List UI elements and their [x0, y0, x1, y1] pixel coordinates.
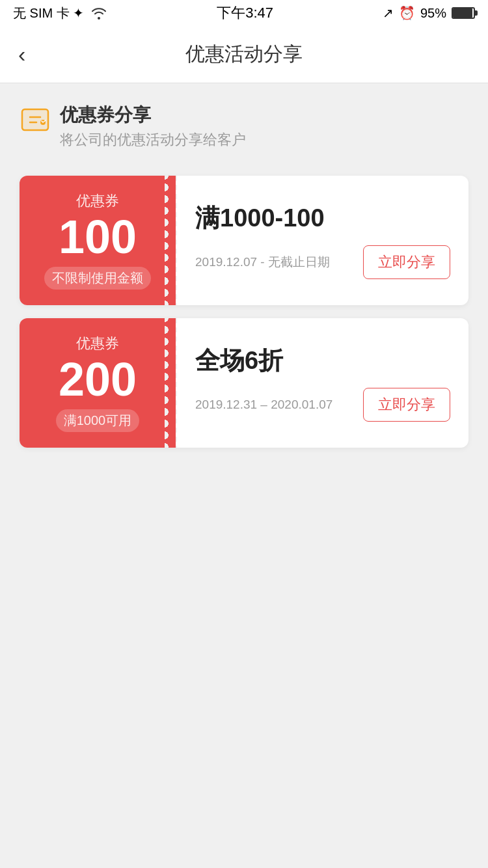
page-title: 优惠活动分享 — [185, 41, 303, 68]
coupon-card: 优惠券 100 不限制使用金额 满1000-100 2019.12.07 - 无… — [20, 176, 468, 305]
coupon-date-0: 2019.12.07 - 无截止日期 — [195, 254, 330, 271]
battery-icon — [452, 7, 475, 19]
coupon-share-icon — [20, 104, 51, 135]
coupon-name-0: 满1000-100 — [195, 202, 450, 235]
svg-rect-0 — [22, 109, 48, 130]
coupon-label-0: 优惠券 — [76, 191, 119, 211]
coupon-condition-1: 满1000可用 — [56, 409, 140, 432]
coupon-right-1: 全场6折 2019.12.31 – 2020.01.07 立即分享 — [177, 318, 468, 448]
share-button-0[interactable]: 立即分享 — [363, 245, 450, 279]
section-text: 优惠券分享 将公司的优惠活动分享给客户 — [60, 103, 246, 150]
share-button-1[interactable]: 立即分享 — [363, 388, 450, 422]
coupon-left-0: 优惠券 100 不限制使用金额 — [20, 176, 176, 305]
no-sim-text: 无 SIM 卡 ✦ — [13, 5, 84, 22]
status-time: 下午3:47 — [217, 3, 273, 23]
section-header: 优惠券分享 将公司的优惠活动分享给客户 — [0, 83, 488, 163]
coupon-bottom-row-0: 2019.12.07 - 无截止日期 立即分享 — [195, 245, 450, 279]
wifi-icon — [90, 7, 107, 20]
coupon-label-1: 优惠券 — [76, 334, 119, 353]
status-left: 无 SIM 卡 ✦ — [13, 5, 107, 22]
coupon-value-1: 200 — [59, 356, 137, 403]
location-icon: ↗ — [383, 5, 394, 21]
coupon-bottom-row-1: 2019.12.31 – 2020.01.07 立即分享 — [195, 388, 450, 422]
coupon-right-0: 满1000-100 2019.12.07 - 无截止日期 立即分享 — [177, 176, 468, 305]
status-right: ↗ ⏰ 95% — [383, 5, 475, 21]
coupon-date-1: 2019.12.31 – 2020.01.07 — [195, 398, 332, 412]
section-subtitle: 将公司的优惠活动分享给客户 — [60, 130, 246, 150]
nav-bar: ‹ 优惠活动分享 — [0, 26, 488, 83]
coupon-list: 优惠券 100 不限制使用金额 满1000-100 2019.12.07 - 无… — [0, 163, 488, 461]
coupon-name-1: 全场6折 — [195, 344, 450, 377]
section-title: 优惠券分享 — [60, 103, 246, 128]
alarm-icon: ⏰ — [399, 5, 415, 21]
battery-percent: 95% — [420, 6, 446, 21]
back-button[interactable]: ‹ — [18, 42, 25, 67]
coupon-card-1: 优惠券 200 满1000可用 全场6折 2019.12.31 – 2020.0… — [20, 318, 468, 448]
coupon-left-1: 优惠券 200 满1000可用 — [20, 318, 176, 448]
status-bar: 无 SIM 卡 ✦ 下午3:47 ↗ ⏰ 95% — [0, 0, 488, 26]
coupon-condition-0: 不限制使用金额 — [44, 267, 151, 290]
coupon-value-0: 100 — [59, 213, 137, 260]
bottom-area — [0, 461, 488, 786]
